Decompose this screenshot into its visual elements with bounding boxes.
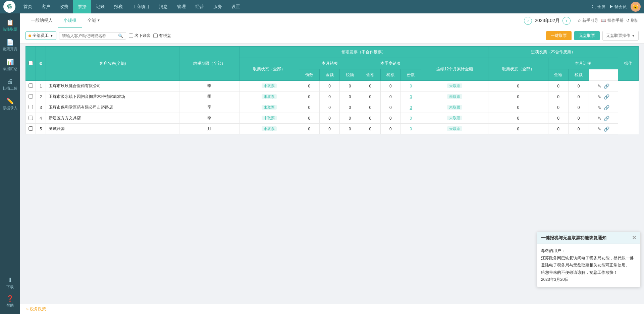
view-icon[interactable]: 🔗 — [604, 83, 609, 89]
row-jin-share: 0 — [488, 124, 548, 134]
nav-fee[interactable]: 收费 — [55, 0, 73, 13]
period-prev-btn[interactable]: ‹ — [524, 17, 532, 25]
no-disk-ops-btn[interactable]: 无盘取票操作 ▼ — [602, 31, 639, 41]
edit-icon[interactable]: ✎ — [597, 105, 601, 110]
th-xiao-amount: 金额 — [319, 69, 340, 81]
edit-icon[interactable]: ✎ — [597, 83, 601, 89]
avatar[interactable]: 🐱 — [631, 2, 641, 12]
row-period: 季 — [179, 102, 239, 113]
select-all-checkbox[interactable] — [29, 61, 33, 65]
row-jin-status: 未取票 — [421, 113, 488, 124]
row-xiao-amount: 0 — [319, 91, 340, 102]
vip-btn[interactable]: ▶ 畅会员 — [609, 4, 627, 10]
view-icon[interactable]: 🔗 — [604, 126, 609, 132]
th-jin-status[interactable]: 取票状态（全部） — [488, 58, 548, 81]
manual-icon: 📖 — [601, 18, 606, 23]
nav-accounting[interactable]: 记账 — [91, 0, 109, 13]
nav-settings[interactable]: 设置 — [227, 0, 245, 13]
row-jin-status: 未取票 — [421, 81, 488, 91]
row-consecutive[interactable]: 0 — [401, 113, 421, 124]
view-icon[interactable]: 🔗 — [604, 116, 609, 121]
nav-message[interactable]: 消息 — [154, 0, 172, 13]
row-jin-share: 0 — [488, 102, 548, 113]
tab-small-scale[interactable]: 小规模 — [58, 13, 82, 28]
notification-popup: 一键报税与无盘取票功能恢复通知 ✕ 尊敬的用户：江苏政务网已恢复访问电子税务局功… — [537, 232, 641, 287]
row-consecutive[interactable]: 0 — [401, 102, 421, 113]
checkbox-taxdisk[interactable]: 有税盘 — [153, 33, 171, 39]
manual-btn[interactable]: 📖 操作手册 — [601, 18, 623, 23]
period-next-btn[interactable]: › — [562, 17, 571, 25]
th-xiao-status[interactable]: 取票状态（全部） — [239, 58, 299, 81]
row-season-amount: 0 — [360, 91, 380, 102]
nav-manage[interactable]: 管理 — [172, 0, 191, 13]
checkbox-taxdisk-input[interactable] — [153, 34, 158, 38]
checkbox-account-input[interactable] — [129, 34, 133, 38]
nav-business[interactable]: 工商项目 — [127, 0, 154, 13]
sidebar-item-download[interactable]: ⬇ 下载 — [5, 274, 15, 292]
sidebar-item-scan-upload[interactable]: 🖨 扫描上传 — [0, 75, 20, 93]
sidebar-item-invoice-summary[interactable]: 📊 票据汇总 — [0, 56, 20, 74]
row-xiao-amount: 0 — [319, 124, 340, 134]
tab-all[interactable]: 全能 ▼ — [82, 13, 106, 28]
nav-service[interactable]: 服务 — [209, 0, 227, 13]
top-nav: 畅 首页 客户 收费 票据 记账 报税 工商项目 消息 管理 经营 服务 设置 … — [0, 0, 644, 13]
one-key-fetch-btn[interactable]: 一键取票 — [546, 31, 572, 40]
view-icon[interactable]: 🔗 — [604, 94, 609, 100]
th-customer-name: 客户名称(全部) — [46, 47, 179, 81]
row-xiao-share: 0 — [299, 124, 320, 134]
new-guide-btn[interactable]: ☆ 新手引导 — [577, 18, 598, 23]
row-jin-status: 未取票 — [421, 124, 488, 134]
row-season-amount: 0 — [360, 124, 380, 134]
th-this-month-xiao: 本月销项 — [299, 58, 360, 69]
row-season-amount: 0 — [360, 113, 380, 124]
th-this-season-xiao: 本季度销项 — [360, 58, 421, 69]
notification-close-btn[interactable]: ✕ — [632, 235, 636, 241]
guide-icon: ☆ — [577, 18, 581, 23]
row-actions: ✎ 🔗 — [589, 124, 618, 134]
nav-invoice[interactable]: 票据 — [73, 0, 91, 13]
refresh-btn[interactable]: ↺ 刷新 — [626, 18, 639, 23]
row-consecutive[interactable]: 0 — [401, 124, 421, 134]
fullscreen-btn[interactable]: ⛶ 全屏 — [592, 4, 605, 10]
sidebar: 📋 智能取票 📄 发票开具 📊 票据汇总 🖨 扫描上传 ✏️ 票据录入 ⬇ 下载… — [0, 13, 20, 314]
row-period: 季 — [179, 91, 239, 102]
row-checkbox[interactable] — [26, 124, 36, 134]
row-checkbox[interactable] — [26, 102, 36, 113]
edit-icon[interactable]: ✎ — [597, 94, 601, 100]
row-checkbox[interactable] — [26, 91, 36, 102]
row-period: 季 — [179, 81, 239, 91]
row-xiao-tax: 0 — [340, 102, 360, 113]
sidebar-item-help[interactable]: ❓ 帮助 — [5, 292, 15, 311]
row-actions: ✎ 🔗 — [589, 91, 618, 102]
row-checkbox[interactable] — [26, 81, 36, 91]
row-consecutive[interactable]: 0 — [401, 91, 421, 102]
row-jin-amount: 0 — [548, 102, 569, 113]
th-settings[interactable]: ⚙ — [36, 47, 46, 81]
search-box: 🔍 — [59, 32, 126, 40]
search-icon[interactable]: 🔍 — [118, 34, 123, 38]
search-input[interactable] — [62, 34, 117, 38]
employee-select[interactable]: 全部员工 ▼ — [25, 32, 56, 40]
no-disk-fetch-btn[interactable]: 无盘取票 — [574, 31, 600, 40]
sidebar-item-smart-fetch[interactable]: 📋 智能取票 — [0, 16, 20, 35]
smart-fetch-icon: 📋 — [6, 19, 14, 26]
row-xiao-tax: 0 — [340, 91, 360, 102]
edit-icon[interactable]: ✎ — [597, 126, 601, 132]
nav-tax[interactable]: 报税 — [109, 0, 127, 13]
nav-home[interactable]: 首页 — [19, 0, 37, 13]
nav-customer[interactable]: 客户 — [37, 0, 55, 13]
view-icon[interactable]: 🔗 — [604, 105, 609, 110]
edit-icon[interactable]: ✎ — [597, 116, 601, 121]
nav-operation[interactable]: 经营 — [191, 0, 209, 13]
checkbox-account[interactable]: 名下账套 — [129, 33, 151, 39]
sidebar-label-invoice-open: 发票开具 — [3, 47, 17, 52]
sidebar-item-invoice-open[interactable]: 📄 发票开具 — [0, 36, 20, 54]
notification-scroll[interactable]: 尊敬的用户：江苏政务网已恢复访问电子税务局功能，易代账一键登陆电子税务局与无盘取… — [537, 244, 640, 287]
tab-general-taxpayer[interactable]: 一般纳税人 — [25, 13, 58, 28]
row-actions: ✎ 🔗 — [589, 81, 618, 91]
th-jin-share: 份数 — [401, 69, 421, 81]
row-checkbox[interactable] — [26, 113, 36, 124]
th-this-month-jin: 本月进项 — [548, 58, 618, 69]
row-consecutive[interactable]: 0 — [401, 81, 421, 91]
sidebar-item-invoice-entry[interactable]: ✏️ 票据录入 — [0, 95, 20, 113]
